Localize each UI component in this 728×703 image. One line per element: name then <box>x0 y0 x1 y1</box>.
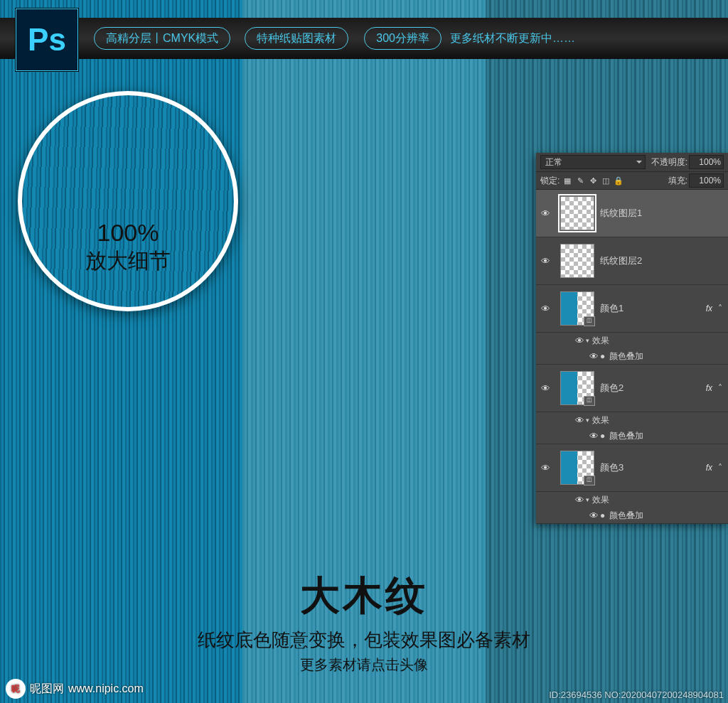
panel-lock-row: 锁定: ▦ ✎ ✥ ◫ 🔒 填充: 100% <box>536 172 728 190</box>
visibility-toggle[interactable]: 👁 <box>587 351 600 362</box>
fx-collapse-icon[interactable]: ˄ <box>715 463 725 473</box>
layer-fx-group: 👁▾效果👁●颜色叠加 <box>536 412 728 444</box>
visibility-toggle[interactable]: 👁 <box>536 304 555 314</box>
visibility-toggle[interactable]: 👁 <box>587 431 600 441</box>
fx-expand-icon[interactable]: ▾ <box>586 496 589 503</box>
watermark-site: 昵图网 <box>30 682 64 697</box>
bullet-icon: ● <box>600 510 605 520</box>
lock-move-icon[interactable]: ✥ <box>588 176 598 186</box>
top-tail-text: 更多纸材不断更新中…… <box>450 31 575 46</box>
image-meta: ID:23694536 NO:20200407200248904081 <box>549 689 724 700</box>
layer-row[interactable]: 👁◫颜色1fx˄ <box>536 285 728 333</box>
mask-badge: ◫ <box>584 396 595 406</box>
fx-collapse-icon[interactable]: ˄ <box>715 304 725 313</box>
more-text: 更多素材请点击头像 <box>0 655 728 675</box>
fx-effects-row[interactable]: 👁▾效果 <box>536 412 728 428</box>
top-bar: 高精分层丨CMYK模式 特种纸贴图素材 300分辨率 更多纸材不断更新中…… <box>0 18 728 59</box>
visibility-toggle[interactable]: 👁 <box>536 463 555 473</box>
mask-badge: ◫ <box>584 476 595 485</box>
visibility-toggle[interactable]: 👁 <box>536 256 555 267</box>
badge-resolution: 300分辨率 <box>364 27 441 50</box>
subtitle: 纸纹底色随意变换，包装效果图必备素材 <box>0 628 728 653</box>
zoom-caption: 放大细节 <box>85 247 171 276</box>
layer-name[interactable]: 颜色2 <box>600 382 706 395</box>
fx-effects-row[interactable]: 👁▾效果 <box>536 333 728 348</box>
badge-material: 特种纸贴图素材 <box>245 27 348 50</box>
visibility-toggle[interactable]: 👁 <box>573 495 586 505</box>
lock-label: 锁定: <box>540 175 560 187</box>
layer-row[interactable]: 👁纸纹图层2 <box>536 237 728 285</box>
layer-thumbnail[interactable]: ◫ <box>560 371 594 405</box>
lock-artboard-icon[interactable]: ◫ <box>601 176 611 186</box>
layers-panel: 正常 不透明度: 100% 锁定: ▦ ✎ ✥ ◫ 🔒 填充: 100% 👁纸纹… <box>536 153 728 524</box>
layer-thumbnail[interactable]: ◫ <box>560 291 594 326</box>
watermark: 昵 昵图网 www.nipic.com <box>6 679 144 699</box>
bullet-icon: ● <box>600 431 605 441</box>
fx-badge: fx <box>706 304 712 313</box>
fx-overlay-label: 颜色叠加 <box>609 510 643 522</box>
opacity-label: 不透明度: <box>651 156 687 168</box>
main-title: 大木纹 <box>0 569 728 623</box>
visibility-toggle[interactable]: 👁 <box>536 208 555 219</box>
visibility-toggle[interactable]: 👁 <box>587 510 600 521</box>
layer-row[interactable]: 👁纸纹图层1 <box>536 190 728 237</box>
zoom-detail-circle: 100% 放大细节 <box>18 91 238 311</box>
lock-all-icon[interactable]: 🔒 <box>614 176 623 186</box>
opacity-input[interactable]: 100% <box>689 155 724 169</box>
fx-color-overlay-row[interactable]: 👁●颜色叠加 <box>536 348 728 364</box>
blend-mode-dropdown[interactable]: 正常 <box>540 155 646 169</box>
fx-label: 效果 <box>592 494 609 506</box>
photoshop-logo: Ps <box>16 9 78 71</box>
bullet-icon: ● <box>600 351 605 361</box>
ps-logo-text: Ps <box>28 22 66 58</box>
layer-thumbnail[interactable] <box>560 244 594 278</box>
watermark-logo: 昵 <box>6 679 26 699</box>
title-block: 大木纹 纸纹底色随意变换，包装效果图必备素材 更多素材请点击头像 <box>0 569 728 675</box>
layer-name[interactable]: 颜色3 <box>600 461 706 474</box>
fx-color-overlay-row[interactable]: 👁●颜色叠加 <box>536 428 728 444</box>
fill-label: 填充: <box>668 175 687 187</box>
mask-badge: ◫ <box>584 316 595 326</box>
layer-name[interactable]: 颜色1 <box>600 302 706 315</box>
layer-fx-group: 👁▾效果👁●颜色叠加 <box>536 492 728 524</box>
layer-row[interactable]: 👁◫颜色2fx˄ <box>536 365 728 412</box>
layer-row[interactable]: 👁◫颜色3fx˄ <box>536 444 728 492</box>
fx-collapse-icon[interactable]: ˄ <box>715 383 725 393</box>
fx-overlay-label: 颜色叠加 <box>609 350 643 363</box>
fx-expand-icon[interactable]: ▾ <box>586 417 589 424</box>
lock-brush-icon[interactable]: ✎ <box>575 176 585 186</box>
zoom-percentage: 100% <box>97 219 159 247</box>
badge-layers-cmyk: 高精分层丨CMYK模式 <box>94 27 230 50</box>
layer-name[interactable]: 纸纹图层1 <box>600 207 725 220</box>
fx-label: 效果 <box>592 335 609 347</box>
panel-options-row: 正常 不透明度: 100% <box>536 153 728 172</box>
fx-expand-icon[interactable]: ▾ <box>586 337 589 344</box>
fx-label: 效果 <box>592 414 609 426</box>
layer-thumbnail[interactable] <box>560 196 594 230</box>
layer-list: 👁纸纹图层1👁纸纹图层2👁◫颜色1fx˄👁▾效果👁●颜色叠加👁◫颜色2fx˄👁▾… <box>536 190 728 524</box>
visibility-toggle[interactable]: 👁 <box>536 383 555 394</box>
fx-badge: fx <box>706 463 712 473</box>
layer-name[interactable]: 纸纹图层2 <box>600 254 725 267</box>
lock-transparency-icon[interactable]: ▦ <box>562 176 572 186</box>
fx-overlay-label: 颜色叠加 <box>609 430 643 442</box>
watermark-url: www.nipic.com <box>68 682 144 695</box>
fx-color-overlay-row[interactable]: 👁●颜色叠加 <box>536 508 728 523</box>
visibility-toggle[interactable]: 👁 <box>573 415 586 426</box>
layer-fx-group: 👁▾效果👁●颜色叠加 <box>536 333 728 365</box>
fx-badge: fx <box>706 383 712 393</box>
layer-thumbnail[interactable]: ◫ <box>560 451 594 485</box>
fx-effects-row[interactable]: 👁▾效果 <box>536 492 728 508</box>
visibility-toggle[interactable]: 👁 <box>573 336 586 346</box>
fill-input[interactable]: 100% <box>689 173 724 188</box>
